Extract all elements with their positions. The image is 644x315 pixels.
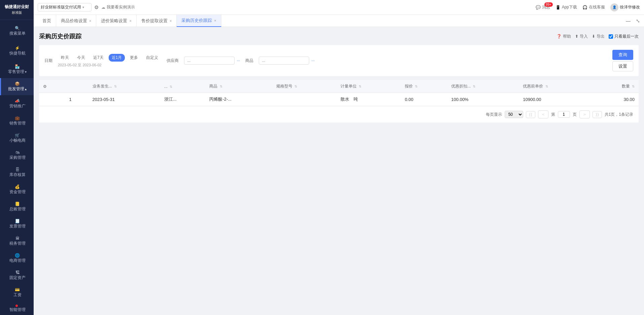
- demo-label: 我要看实例演示: [107, 4, 135, 10]
- sidebar: 畅捷通好业财 标准版 🔍 搜索菜单 ⚡ 快捷导航 🏪 零售管理 ▾ 📦 批发管理…: [0, 0, 34, 315]
- col-unit[interactable]: 计量单位 ⇅: [336, 80, 401, 93]
- cell-quote: 0.00: [401, 93, 447, 106]
- chevron-icon: ▾: [25, 70, 27, 74]
- date-7days[interactable]: 近7天: [90, 54, 107, 62]
- sidebar-item-invoice[interactable]: 🧾 发票管理: [0, 215, 34, 233]
- date-yesterday[interactable]: 昨天: [58, 54, 72, 62]
- goods-more-btn[interactable]: ···: [311, 58, 315, 63]
- query-button[interactable]: 查询: [612, 50, 633, 60]
- tab-price-close[interactable]: ×: [89, 19, 91, 23]
- col-quote-label: 报价: [405, 84, 413, 89]
- inventory-icon: 🗄: [15, 167, 20, 172]
- col-more1[interactable]: ... ⇅: [160, 80, 206, 93]
- sidebar-item-smart[interactable]: 智能管理: [0, 301, 34, 315]
- page-label: 第: [551, 112, 555, 117]
- per-page-select[interactable]: 50 20 100: [505, 111, 523, 118]
- export-label: 导出: [597, 34, 605, 39]
- quick-nav-icon: ⚡: [15, 46, 20, 50]
- col-qty[interactable]: 数量 ⇅: [592, 80, 639, 93]
- sidebar-item-label: 小畅电商: [9, 138, 26, 143]
- sidebar-item-label: 工资: [13, 292, 22, 298]
- sidebar-item-retail[interactable]: 🏪 零售管理 ▾: [0, 61, 34, 78]
- sidebar-item-label: 总账管理: [9, 206, 26, 212]
- tab-price[interactable]: 商品价格设置 ×: [56, 15, 96, 27]
- date-custom[interactable]: 自定义: [143, 54, 161, 62]
- page-input[interactable]: [558, 111, 570, 118]
- export-link[interactable]: ⬇ 导出: [592, 34, 605, 39]
- sidebar-item-label: 搜索菜单: [9, 31, 26, 36]
- col-goods-label: 商品: [209, 84, 217, 89]
- tab-sale-price[interactable]: 售价提取设置 ×: [137, 15, 177, 27]
- sort-icon: ⇅: [473, 84, 475, 88]
- settings-button[interactable]: 设置: [612, 61, 633, 71]
- ecommerce-icon: 🌐: [15, 253, 20, 258]
- app-download-button[interactable]: 📱 App下载: [556, 4, 577, 10]
- only-latest-checkbox-label[interactable]: 只看最后一次: [609, 34, 639, 39]
- tab-minimize-icon[interactable]: —: [624, 17, 632, 25]
- sidebar-item-label: 发票管理: [9, 223, 26, 229]
- tab-history-price-label: 采购历史价跟踪: [181, 18, 212, 24]
- sidebar-search-menu[interactable]: 🔍 搜索菜单: [0, 20, 34, 42]
- col-pre-discount-price-label: 优惠前单价: [523, 84, 543, 89]
- tab-sale-price-close[interactable]: ×: [170, 19, 172, 23]
- col-pre-discount-price[interactable]: 优惠前单价 ⇅: [519, 80, 592, 93]
- supplier-filter-label: 供应商: [167, 58, 179, 64]
- tab-expand-icon[interactable]: ⤡: [635, 17, 641, 25]
- tab-strategy-label: 进价策略设置: [101, 18, 127, 24]
- col-date[interactable]: 业务发生... ⇅: [88, 80, 160, 93]
- col-spec[interactable]: 规格型号 ⇅: [272, 80, 336, 93]
- sidebar-item-label: 快捷导航: [9, 50, 26, 56]
- date-today[interactable]: 今天: [74, 54, 88, 62]
- page-prev-button[interactable]: ＜: [538, 110, 548, 118]
- sort-icon: ⇅: [114, 84, 117, 88]
- supplier-input[interactable]: [184, 57, 235, 65]
- sidebar-item-quick-nav[interactable]: ⚡ 快捷导航: [0, 42, 34, 60]
- import-link[interactable]: ⬆ 导入: [575, 34, 588, 39]
- version-select[interactable]: 好业财标准版交付试用 ▾: [38, 3, 92, 11]
- col-gear[interactable]: ⚙: [39, 80, 65, 93]
- user-menu[interactable]: 👤 徐泽华修改: [610, 3, 640, 11]
- col-discount[interactable]: 优惠折扣... ⇅: [447, 80, 519, 93]
- sidebar-item-ledger[interactable]: 📒 总账管理: [0, 198, 34, 215]
- sidebar-item-label: 电商管理: [9, 258, 26, 264]
- col-spec-label: 规格型号: [276, 84, 292, 89]
- sidebar-logo: 畅捷通好业财 标准版: [0, 0, 34, 20]
- only-latest-checkbox[interactable]: [609, 34, 613, 39]
- tab-strategy-close[interactable]: ×: [129, 19, 131, 23]
- demo-link[interactable]: ☁ 我要看实例演示: [101, 4, 135, 10]
- sidebar-item-finance[interactable]: 💰 资金管理: [0, 181, 34, 198]
- col-quote[interactable]: 报价 ⇅: [401, 80, 447, 93]
- import-label: 导入: [580, 34, 588, 39]
- tab-strategy[interactable]: 进价策略设置 ×: [96, 15, 136, 27]
- sidebar-item-purchase[interactable]: 🛍 采购管理: [0, 147, 34, 164]
- goods-input[interactable]: [259, 57, 309, 65]
- sidebar-item-ecommerce[interactable]: 🌐 电商管理: [0, 250, 34, 267]
- sidebar-item-tax[interactable]: 🏛 税务管理: [0, 233, 34, 250]
- page-first-button[interactable]: ⟨⟨: [526, 111, 535, 118]
- sidebar-item-salary[interactable]: 💳 工资: [0, 284, 34, 301]
- tab-history-price-close[interactable]: ×: [214, 19, 216, 23]
- help-link[interactable]: ❓ 帮助: [557, 34, 571, 39]
- page-next-button[interactable]: ＞: [579, 110, 590, 118]
- supplier-more-btn[interactable]: ···: [237, 58, 240, 63]
- sidebar-item-ecommerce-small[interactable]: 🛒 小畅电商: [0, 130, 34, 147]
- date-filter-label: 日期: [44, 58, 52, 64]
- page-last-button[interactable]: ⟩⟩: [593, 111, 602, 118]
- message-button[interactable]: 💬 消息 99+: [536, 4, 550, 10]
- topbar-gear-icon[interactable]: ⚙: [94, 4, 99, 10]
- sidebar-item-marketing[interactable]: 📣 营销推广: [0, 95, 34, 112]
- sidebar-item-inventory[interactable]: 🗄 库存核算: [0, 164, 34, 181]
- online-service-button[interactable]: 🎧 在线客服: [582, 4, 605, 10]
- tab-home[interactable]: 首页: [38, 15, 56, 27]
- sort-icon: ⇅: [415, 84, 418, 88]
- date-1month[interactable]: 近1月: [109, 54, 125, 62]
- sidebar-item-sales[interactable]: 💼 销售管理: [0, 112, 34, 130]
- sidebar-item-search[interactable]: 🔍 搜索菜单: [3, 23, 31, 40]
- tab-history-price[interactable]: 采购历史价跟踪 ×: [177, 15, 221, 27]
- sidebar-item-label: 销售管理: [9, 120, 26, 126]
- sidebar-item-wholesale[interactable]: 📦 批发管理 ▴: [0, 78, 34, 95]
- date-more[interactable]: 更多: [127, 54, 141, 62]
- tab-home-label: 首页: [42, 18, 51, 24]
- sidebar-item-fixed-assets[interactable]: 🏗 固定资产: [0, 267, 34, 284]
- col-goods[interactable]: 商品 ⇅: [205, 80, 272, 93]
